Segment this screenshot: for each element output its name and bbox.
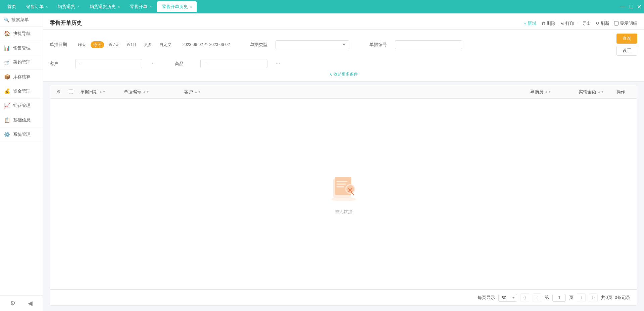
product-dots[interactable]: ··· [276,61,280,67]
customer-input[interactable] [75,59,142,68]
tab-label-sales-return-history: 销货退货历史 [90,4,116,10]
sidebar-items: 🏠快捷导航📊销售管理🛒采购管理📦库存核算💰资金管理📈经营管理📋基础信息⚙️系统管… [0,27,43,142]
th-order-no-label: 单据编号 [124,89,141,95]
query-button[interactable]: 查询 [616,34,637,44]
th-order-no[interactable]: 单据编号 ▲▼ [120,89,181,95]
close-button[interactable]: ✕ [637,4,641,10]
sidebar-label-quick-nav: 快捷导航 [13,31,31,37]
th-date-sort-icon: ▲▼ [99,90,106,94]
tabs-container: 首页销售订单×销货退货×销货退货历史×零售开单×零售开单历史× [3,1,197,12]
shortcut-yesterday[interactable]: 昨天 [75,41,89,48]
customer-dots[interactable]: ··· [150,61,155,67]
th-amount[interactable]: 实销金额 ▲▼ [567,89,607,95]
th-guide-label: 导购员 [530,89,543,95]
sidebar-item-base-info[interactable]: 📋基础信息 [0,113,43,127]
collapse-label: 收起更多条件 [334,71,358,77]
next-page-button[interactable]: ⟩ [577,293,586,302]
sidebar-label-sys-mgmt: 系统管理 [13,132,31,138]
delete-button[interactable]: 🗑 删除 [541,20,555,27]
svg-rect-4 [336,184,346,185]
prev-page-button[interactable]: ⟨ [533,293,541,302]
th-date-label: 单据日期 [80,89,98,95]
sidebar-item-finance[interactable]: 💰资金管理 [0,84,43,99]
shortcut-today[interactable]: 今天 [91,41,104,48]
table-container: ⚙ 单据日期 ▲▼ 单据编号 ▲▼ 客户 ▲▼ 导购员 [50,85,637,290]
print-button[interactable]: 🖨 打印 [560,20,575,27]
tab-close-sales-return[interactable]: × [77,5,79,9]
th-amount-label: 实销金额 [579,89,596,95]
th-customer-sort-icon: ▲▼ [194,90,201,94]
toolbar: + 新增 🗑 删除 🖨 打印 ↑ 导出 ↻ 刷新 显示明细 [524,20,637,27]
sidebar-footer: ⚙ ◀ [0,295,43,311]
th-customer[interactable]: 客户 ▲▼ [181,89,527,95]
minimize-button[interactable]: — [620,4,626,10]
date-range-display: 2023-06-02 至 2023-06-02 [182,42,230,48]
sidebar-icon-operations: 📈 [4,103,10,109]
show-detail-input[interactable] [614,21,618,25]
collapse-bar[interactable]: ∧ 收起更多条件 [50,71,637,77]
svg-rect-5 [336,186,344,187]
per-page-select[interactable]: 50 10 20 100 [498,294,517,302]
first-page-button[interactable]: ⟨⟨ [521,293,529,302]
shortcut-last1m[interactable]: 近1月 [124,41,140,48]
tab-retail-history[interactable]: 零售开单历史× [157,1,197,12]
collapse-icon[interactable]: ◀ [28,300,33,307]
tab-close-retail-open[interactable]: × [149,5,151,9]
sidebar-item-inventory[interactable]: 📦库存核算 [0,70,43,84]
pagination-bar: 每页显示 50 10 20 100 ⟨⟨ ⟨ 第 页 ⟩ ⟩⟩ 共0页, 0条记… [50,290,637,306]
tab-sales-return[interactable]: 销货退货× [53,1,84,12]
sidebar-item-sys-mgmt[interactable]: ⚙️系统管理 [0,127,43,142]
sidebar-item-operations[interactable]: 📈经营管理 [0,99,43,113]
sidebar-search[interactable]: 🔍 搜索菜单 [0,13,43,27]
shortcut-last7[interactable]: 近7天 [106,41,122,48]
settings-icon[interactable]: ⚙ [10,300,15,307]
shortcut-more[interactable]: 更多 [141,41,155,48]
empty-text: 暂无数据 [335,209,352,215]
tab-retail-open[interactable]: 零售开单× [125,1,156,12]
shortcut-custom[interactable]: 自定义 [157,41,174,48]
last-page-button[interactable]: ⟩⟩ [589,293,598,302]
table-select-all[interactable] [65,90,77,94]
tab-sales-return-history[interactable]: 销货退货历史× [85,1,125,12]
customer-label: 客户 [50,61,68,67]
select-all-checkbox[interactable] [69,90,73,94]
doc-type-label: 单据类型 [250,42,269,48]
empty-state: 暂无数据 [50,99,637,289]
th-customer-label: 客户 [184,89,193,95]
th-guide-sort-icon: ▲▼ [545,90,551,94]
add-button[interactable]: + 新增 [524,20,536,27]
sidebar-icon-quick-nav: 🏠 [4,31,10,37]
product-input[interactable] [200,59,267,68]
page-header: 零售开单历史 + 新增 🗑 删除 🖨 打印 ↑ 导出 ↻ 刷新 显示明细 [43,13,644,30]
sidebar-item-purchase-mgmt[interactable]: 🛒采购管理 [0,55,43,70]
settings-button[interactable]: 设置 [616,46,637,56]
tab-close-sales-return-history[interactable]: × [118,5,120,9]
th-amount-sort-icon: ▲▼ [597,90,604,94]
empty-illustration [327,173,360,203]
tab-sales-order[interactable]: 销售订单× [21,1,52,12]
doc-type-select[interactable] [276,40,349,49]
sidebar-icon-base-info: 📋 [4,117,10,123]
page-label: 页 [569,295,574,301]
sidebar-label-operations: 经营管理 [13,103,31,109]
filter-row-1: 单据日期 昨天 今天 近7天 近1月 更多 自定义 2023-06-02 至 2… [50,34,637,56]
th-guide[interactable]: 导购员 ▲▼ [527,89,567,95]
show-detail-checkbox[interactable]: 显示明细 [614,20,637,27]
table-settings-icon[interactable]: ⚙ [53,89,65,94]
page-number-input[interactable] [552,294,566,302]
sidebar-search-label: 搜索菜单 [11,17,29,23]
date-shortcuts: 昨天 今天 近7天 近1月 更多 自定义 [75,41,174,48]
sidebar-icon-sys-mgmt: ⚙️ [4,132,10,138]
sidebar-item-quick-nav[interactable]: 🏠快捷导航 [0,27,43,41]
maximize-button[interactable]: □ [630,4,633,10]
tab-close-retail-history[interactable]: × [190,5,192,9]
tab-label-retail-history: 零售开单历史 [162,4,188,10]
top-tabbar: 首页销售订单×销货退货×销货退货历史×零售开单×零售开单历史× — □ ✕ [0,0,644,13]
tab-home[interactable]: 首页 [3,1,21,12]
export-button[interactable]: ↑ 导出 [579,20,591,27]
th-date[interactable]: 单据日期 ▲▼ [77,89,120,95]
sidebar-item-sales-mgmt[interactable]: 📊销售管理 [0,41,43,55]
doc-no-input[interactable] [395,40,462,49]
tab-close-sales-order[interactable]: × [46,5,48,9]
refresh-button[interactable]: ↻ 刷新 [596,20,609,27]
